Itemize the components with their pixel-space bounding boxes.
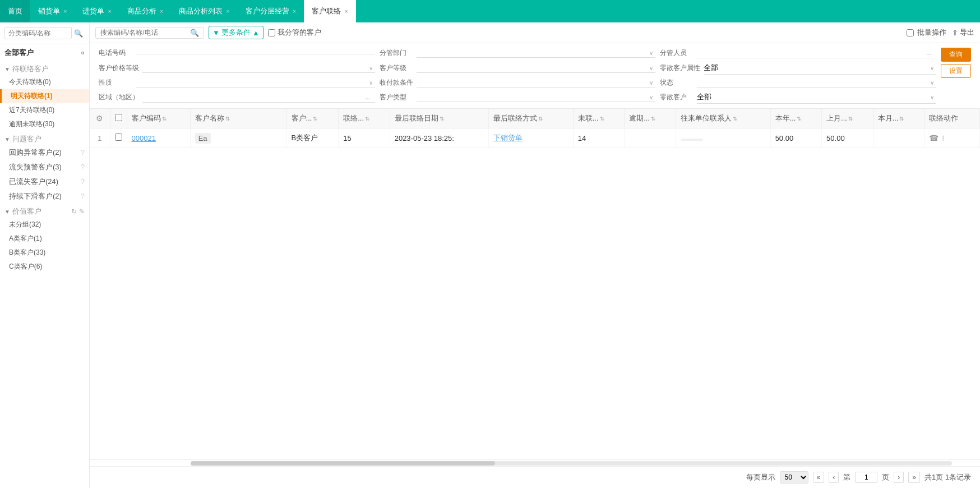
sidebar-search-area: 🔍 bbox=[0, 22, 89, 44]
close-sales-tab[interactable]: × bbox=[63, 8, 67, 15]
horizontal-scrollbar[interactable] bbox=[90, 459, 980, 466]
price-tier-select[interactable]: ∨ bbox=[142, 64, 375, 73]
scrollbar-thumb[interactable] bbox=[191, 461, 495, 466]
sidebar-item-churn-warning[interactable]: 流失预警客户(3) ? bbox=[0, 160, 89, 174]
question-icon-4: ? bbox=[81, 192, 85, 200]
sidebar-item-churned[interactable]: 已流失客户(24) ? bbox=[0, 174, 89, 189]
retail-customer-label: 零散客户 bbox=[660, 93, 694, 102]
sidebar-item-ungrouped[interactable]: 未分组(32) bbox=[0, 218, 89, 232]
sidebar-search-icon[interactable]: 🔍 bbox=[74, 29, 83, 38]
region-select[interactable]: ... bbox=[142, 92, 375, 103]
nav-home[interactable]: 首页 bbox=[0, 0, 30, 22]
all-customers-header[interactable]: 全部客户 « bbox=[0, 44, 89, 61]
th-tier[interactable]: 客户... ⇅ bbox=[286, 109, 339, 128]
page-unit-label: 页 bbox=[882, 472, 889, 482]
chevron-up-icon: ▲ bbox=[252, 29, 260, 37]
filter-customer-type: 客户类型 ∨ bbox=[380, 93, 656, 102]
close-goods-analysis-tab[interactable]: × bbox=[160, 8, 163, 15]
dept-select[interactable]: ∨ bbox=[417, 49, 656, 58]
last-method-link[interactable]: 下销货单 bbox=[493, 133, 523, 142]
payment-select[interactable]: ∨ bbox=[417, 79, 656, 88]
th-uncontacted[interactable]: 未联... ⇅ bbox=[573, 109, 624, 128]
sidebar-item-repurchase-abnormal[interactable]: 回购异常客户(2) ? bbox=[0, 145, 89, 160]
customer-tier-select[interactable]: ∨ bbox=[417, 64, 656, 73]
sidebar-item-tier-a[interactable]: A类客户(1) bbox=[0, 232, 89, 246]
sidebar-item-tier-b[interactable]: B类客户(33) bbox=[0, 246, 89, 260]
sidebar-item-week-contact[interactable]: 近7天待联络(0) bbox=[0, 103, 89, 117]
th-checkbox bbox=[110, 109, 127, 128]
th-name[interactable]: 客户名称 ⇅ bbox=[190, 109, 286, 128]
sort-icon-tier: ⇅ bbox=[313, 116, 317, 122]
export-button[interactable]: ⇧ 导出 bbox=[952, 27, 974, 38]
my-customers-checkbox[interactable]: 我分管的客户 bbox=[268, 27, 321, 38]
customer-tier-label: 客户等级 bbox=[380, 63, 413, 73]
th-contact-person[interactable]: 往来单位联系人 ⇅ bbox=[676, 109, 770, 128]
nav-goods-analysis-list[interactable]: 商品分析列表 × bbox=[171, 0, 237, 22]
page-size-label: 每页显示 bbox=[746, 472, 775, 482]
th-last-date[interactable]: 最后联络日期 ⇅ bbox=[390, 109, 489, 128]
close-customer-contact-tab[interactable]: × bbox=[344, 8, 348, 15]
nav-goods-analysis[interactable]: 商品分析 × bbox=[119, 0, 171, 22]
person-select[interactable]: ... bbox=[697, 48, 936, 58]
grid-action-icon[interactable]: ⁝ bbox=[942, 133, 944, 142]
th-last-method[interactable]: 最后联络方式 ⇅ bbox=[489, 109, 573, 128]
status-select[interactable]: ∨ bbox=[697, 79, 936, 88]
my-customers-check[interactable] bbox=[268, 29, 275, 36]
customer-type-select[interactable]: ∨ bbox=[417, 93, 656, 102]
th-last-month[interactable]: 上月... ⇅ bbox=[822, 109, 873, 128]
th-overdue[interactable]: 逾期... ⇅ bbox=[625, 109, 676, 128]
batch-op-button[interactable]: 批量操作 bbox=[907, 27, 946, 38]
nav-sales[interactable]: 销货单 × bbox=[30, 0, 75, 22]
person-ellipsis[interactable]: ... bbox=[924, 49, 934, 57]
sort-icon-this-year: ⇅ bbox=[797, 116, 801, 122]
nav-purchase[interactable]: 进货单 × bbox=[75, 0, 119, 22]
region-ellipsis[interactable]: ... bbox=[363, 93, 373, 101]
question-icon-2: ? bbox=[81, 163, 85, 171]
first-page-button[interactable]: « bbox=[813, 472, 825, 483]
close-goods-analysis-list-tab[interactable]: × bbox=[226, 8, 229, 15]
next-page-button[interactable]: › bbox=[894, 472, 904, 483]
close-purchase-tab[interactable]: × bbox=[108, 8, 111, 15]
nav-customer-tier[interactable]: 客户分层经营 × bbox=[238, 0, 304, 22]
nav-customer-contact[interactable]: 客户联络 × bbox=[304, 0, 355, 22]
filter-dept: 分管部门 ∨ bbox=[380, 48, 656, 58]
refresh-icon[interactable]: ↻ bbox=[71, 208, 77, 215]
sidebar-search-input[interactable] bbox=[4, 27, 72, 39]
sidebar-item-declining[interactable]: 持续下滑客户(2) ? bbox=[0, 189, 89, 204]
phone-input[interactable] bbox=[136, 52, 375, 54]
search-input[interactable] bbox=[100, 29, 190, 36]
edit-icon[interactable]: ✎ bbox=[79, 208, 85, 215]
nature-select[interactable]: ∨ bbox=[136, 79, 375, 88]
th-this-month[interactable]: 本月... ⇅ bbox=[873, 109, 924, 128]
settings-button[interactable]: 设置 bbox=[941, 64, 971, 78]
sidebar-item-today-contact[interactable]: 今天待联络(0) bbox=[0, 75, 89, 89]
batch-checkbox[interactable] bbox=[907, 29, 914, 36]
row-select-checkbox[interactable] bbox=[115, 133, 122, 141]
prev-page-button[interactable]: ‹ bbox=[829, 472, 839, 483]
page-size-select[interactable]: 50 100 200 bbox=[780, 471, 808, 484]
sidebar-item-tomorrow-contact[interactable]: 明天待联络(1) bbox=[0, 89, 89, 103]
retail-customer-select[interactable]: 全部 ∨ bbox=[697, 91, 936, 104]
more-filters-button[interactable]: ▼ 更多条件 ▲ bbox=[209, 26, 264, 39]
phone-action-icon[interactable]: ☎ bbox=[929, 133, 939, 142]
gear-settings-icon[interactable]: ⚙ bbox=[96, 114, 103, 123]
sidebar-item-overdue-contact[interactable]: 逾期未联络(30) bbox=[0, 117, 89, 131]
row-action: ☎ ⁝ bbox=[924, 128, 980, 148]
sort-icon-last-month: ⇅ bbox=[848, 116, 853, 122]
th-this-year[interactable]: 本年... ⇅ bbox=[770, 109, 821, 128]
th-code[interactable]: 客户编码 ⇅ bbox=[127, 109, 190, 128]
sort-icon-contact: ⇅ bbox=[365, 116, 369, 122]
row-overdue bbox=[625, 128, 676, 148]
sidebar-item-tier-c[interactable]: C类客户(6) bbox=[0, 260, 89, 274]
th-contact-count[interactable]: 联络... ⇅ bbox=[339, 109, 390, 128]
toolbar: 🔍 ▼ 更多条件 ▲ 我分管的客户 批量操作 ⇧ 导出 bbox=[90, 22, 980, 43]
customer-code-link[interactable]: 000021 bbox=[132, 134, 156, 142]
search-button[interactable]: 🔍 bbox=[190, 29, 199, 37]
close-customer-tier-tab[interactable]: × bbox=[293, 8, 296, 15]
select-all-checkbox[interactable] bbox=[115, 114, 122, 121]
last-page-button[interactable]: » bbox=[908, 472, 920, 483]
page-number-input[interactable] bbox=[855, 472, 877, 483]
customer-type-label: 客户类型 bbox=[380, 93, 413, 102]
query-button[interactable]: 查询 bbox=[941, 48, 971, 62]
retail-attr-select[interactable]: 全部 ∨ bbox=[704, 62, 936, 75]
